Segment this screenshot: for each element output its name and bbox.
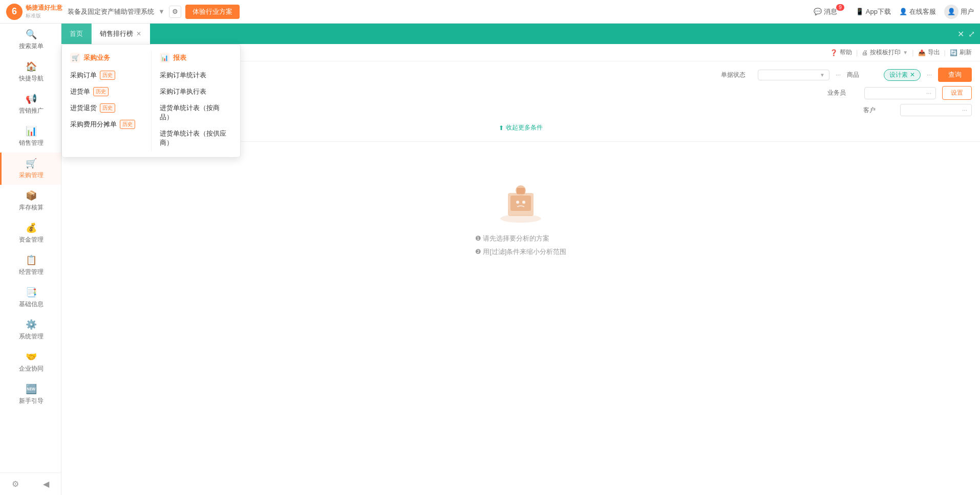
sidebar-icon-enterprise: 🤝 (26, 351, 37, 362)
sidebar-item-system[interactable]: ⚙️ 系统管理 (0, 314, 61, 346)
tab-bar: 首页 销售排行榜 ✕ ✕ ⤢ (61, 24, 980, 44)
message-action[interactable]: 💬 消息 9 (814, 7, 847, 16)
app-download-action[interactable]: 📱 App下载 (856, 7, 891, 16)
help-btn[interactable]: ❓ 帮助 (830, 48, 852, 57)
sidebar-icon-system: ⚙️ (26, 319, 37, 330)
menu-item-进货退货[interactable]: 进货退货历史 (66, 100, 147, 116)
staff-label: 业务员 (827, 89, 858, 97)
sidebar-collapse-icon[interactable]: ◀ (41, 477, 51, 491)
title-dropdown-icon[interactable]: ▼ (158, 8, 165, 15)
header-center: 装备及固定资产辅助管理系统 ▼ ⚙ 体验行业方案 (68, 5, 814, 19)
sidebar-item-marketing[interactable]: 📢 营销推广 (0, 88, 61, 120)
sidebar-label-operations: 经营管理 (19, 268, 44, 276)
history-tag: 历史 (93, 87, 109, 96)
empty-tips: ❶ 请先选择要分析的方案 ❷ 用[过滤]条件来缩小分析范围 (475, 232, 567, 259)
menu-item-进货单[interactable]: 进货单历史 (66, 83, 147, 100)
sidebar-item-guide[interactable]: 🆕 新手引导 (0, 378, 61, 411)
sidebar-item-quick[interactable]: 🏠 快捷导航 (0, 56, 61, 88)
tab-sales-rank-label: 销售排行榜 (100, 29, 133, 38)
sidebar-icon-quick: 🏠 (26, 61, 37, 72)
customer-label: 客户 (863, 106, 894, 115)
staff-select[interactable]: ··· (864, 87, 936, 99)
tab-home[interactable]: 首页 (61, 24, 92, 44)
sidebar-label-marketing: 营销推广 (19, 106, 44, 115)
sidebar-item-inventory[interactable]: 📦 库存核算 (0, 185, 61, 217)
customer-select[interactable]: ··· (900, 104, 972, 116)
doc-status-chevron-icon: ▼ (820, 72, 825, 78)
sidebar-label-quick: 快捷导航 (19, 74, 44, 83)
tab-sales-rank[interactable]: 销售排行榜 ✕ (92, 24, 150, 44)
logo-icon: 6 (6, 4, 23, 20)
goods-tag-close-icon[interactable]: ✕ (910, 71, 915, 78)
export-btn[interactable]: 📤 导出 (918, 48, 940, 57)
sidebar-label-capital: 资金管理 (19, 235, 44, 244)
menu-item-进货单统计表（按供应商）[interactable]: 进货单统计表（按供应商） (156, 125, 237, 151)
logo-text: 畅捷通好生意 标准版 (26, 4, 62, 19)
sidebar-settings-icon[interactable]: ⚙ (10, 477, 21, 491)
sidebar-icon-search: 🔍 (26, 29, 37, 40)
sidebar-icon-purchase: 🛒 (26, 158, 37, 169)
tab-home-label: 首页 (70, 29, 83, 38)
sidebar-icon-capital: 💰 (26, 222, 37, 233)
refresh-btn[interactable]: 🔄 刷新 (950, 48, 972, 57)
query-btn[interactable]: 查询 (938, 68, 972, 82)
user-action[interactable]: 👤 用户 (944, 5, 974, 19)
export-icon: 📤 (918, 49, 926, 56)
settings-btn[interactable]: 设置 (942, 86, 972, 100)
online-service-action[interactable]: 👤 在线客服 (899, 7, 936, 16)
history-tag: 历史 (100, 71, 115, 80)
sidebar-item-enterprise[interactable]: 🤝 企业协同 (0, 346, 61, 378)
tab-expand-btn[interactable]: ⤢ (967, 28, 976, 40)
sidebar-label-search: 搜索菜单 (19, 42, 44, 51)
sidebar-bottom: ⚙ ◀ (0, 472, 61, 495)
tab-close-icon[interactable]: ✕ (136, 30, 141, 37)
sidebar-label-guide: 新手引导 (19, 397, 44, 405)
sidebar-icon-guide: 🆕 (26, 383, 37, 395)
print-btn[interactable]: 🖨 按模板打印 ▼ (862, 48, 908, 57)
doc-status-select[interactable]: ▼ (758, 70, 829, 80)
phone-icon: 📱 (856, 8, 864, 15)
menu-item-采购订单执行表[interactable]: 采购订单执行表 (156, 83, 237, 100)
sidebar-item-operations[interactable]: 📋 经营管理 (0, 249, 61, 282)
system-title: 装备及固定资产辅助管理系统 (68, 7, 154, 16)
sidebar-icon-inventory: 📦 (26, 190, 37, 201)
sidebar-label-system: 系统管理 (19, 332, 44, 341)
industry-btn[interactable]: 体验行业方案 (185, 5, 240, 19)
print-icon: 🖨 (862, 49, 868, 56)
sidebar-item-basic[interactable]: 📑 基础信息 (0, 282, 61, 314)
tab-spacer (150, 24, 952, 44)
header-settings-icon[interactable]: ⚙ (169, 6, 181, 18)
sidebar-item-purchase[interactable]: 🛒 采购管理 (0, 153, 61, 185)
sidebar: 🔍 搜索菜单 🏠 快捷导航 📢 营销推广 📊 销售管理 🛒 采购管理 📦 库存核… (0, 24, 61, 495)
menu-col-report: 📊 报表 采购订单统计表采购订单执行表进货单统计表（按商品）进货单统计表（按供应… (151, 51, 241, 151)
menu-item-进货单统计表（按商品）[interactable]: 进货单统计表（按商品） (156, 100, 237, 125)
message-icon: 💬 (814, 8, 822, 15)
sidebar-item-capital[interactable]: 💰 资金管理 (0, 217, 61, 249)
sidebar-label-inventory: 库存核算 (19, 203, 44, 212)
menu-report-title: 📊 报表 (156, 51, 237, 67)
menu-item-采购费用分摊单[interactable]: 采购费用分摊单历史 (66, 116, 147, 133)
goods-ellipsis[interactable]: ··· (927, 71, 932, 78)
doc-status-label: 单据状态 (721, 71, 752, 79)
service-icon: 👤 (899, 8, 907, 15)
toolbar-actions: ❓ 帮助 | 🖨 按模板打印 ▼ | 📤 导出 | 🔄 刷新 (830, 48, 972, 57)
menu-item-采购订单[interactable]: 采购订单历史 (66, 67, 147, 83)
logo-area: 6 畅捷通好生意 标准版 (6, 4, 68, 20)
goods-tag[interactable]: 设计素 ✕ (884, 69, 921, 81)
svg-point-6 (522, 201, 525, 204)
tab-close-btn[interactable]: ✕ (956, 28, 965, 40)
sidebar-label-sales: 销售管理 (19, 139, 44, 147)
refresh-icon: 🔄 (950, 49, 957, 56)
svg-rect-4 (517, 188, 525, 194)
avatar: 👤 (944, 5, 958, 19)
sidebar-icon-sales: 📊 (26, 125, 37, 137)
collapse-up-icon: ⬆ (499, 124, 504, 132)
svg-point-5 (516, 201, 519, 204)
doc-status-ellipsis[interactable]: ··· (836, 71, 841, 78)
menu-purchase-title: 🛒 采购业务 (66, 51, 147, 67)
header-right: 💬 消息 9 📱 App下载 👤 在线客服 👤 用户 (814, 5, 974, 19)
empty-state: ❶ 请先选择要分析的方案 ❷ 用[过滤]条件来缩小分析范围 (61, 142, 980, 299)
menu-item-采购订单统计表[interactable]: 采购订单统计表 (156, 67, 237, 83)
sidebar-item-sales[interactable]: 📊 销售管理 (0, 120, 61, 153)
sidebar-item-search[interactable]: 🔍 搜索菜单 (0, 24, 61, 56)
